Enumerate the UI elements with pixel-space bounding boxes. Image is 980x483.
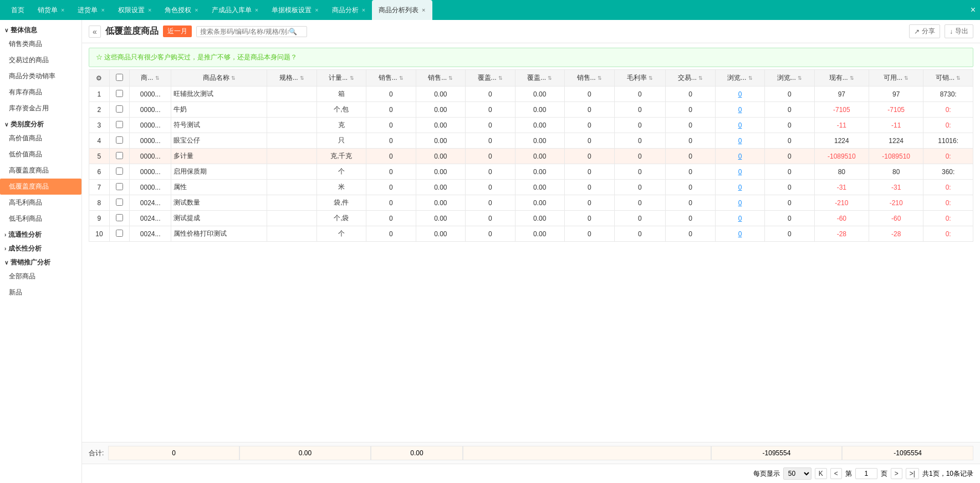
coverage1-col-header[interactable]: 覆盖... ⇅ (466, 70, 515, 87)
sidebar-item-low-value[interactable]: 低价值商品 (0, 146, 81, 162)
row-browse1[interactable]: 0 (715, 118, 764, 133)
export-button[interactable]: ↓ 导出 (945, 24, 973, 38)
sales3-col-header[interactable]: 销售... ⇅ (565, 70, 614, 87)
row-browse1[interactable]: 0 (715, 211, 764, 226)
nav-role-close[interactable]: × (195, 7, 198, 13)
settings-icon[interactable]: ⚙ (96, 74, 102, 82)
next-page-button[interactable]: > (891, 468, 902, 479)
nav-analysis-close[interactable]: × (362, 7, 365, 13)
sidebar-collapse-button[interactable]: « (89, 26, 101, 38)
browse1-col-header[interactable]: 浏览... ⇅ (715, 70, 764, 87)
row-browse1[interactable]: 0 (715, 133, 764, 149)
sellable-col-header[interactable]: 可销... ⇅ (923, 70, 973, 87)
content-header: « 低覆盖度商品 近一月 🔍 ↗ 分享 ↓ 导出 (82, 20, 980, 43)
page-number-input[interactable] (855, 468, 877, 479)
last-page-button[interactable]: >| (906, 468, 919, 479)
nav-analysis-list-close[interactable]: × (422, 7, 425, 13)
available-stock-col-header[interactable]: 可用... ⇅ (869, 70, 923, 87)
row-browse1[interactable]: 0 (715, 164, 764, 180)
nav-permission-close[interactable]: × (148, 7, 151, 13)
transaction-col-header[interactable]: 交易... ⇅ (666, 70, 715, 87)
sidebar-section-growth[interactable]: › 成长性分析 (0, 241, 81, 255)
sidebar-section-category[interactable]: ∨ 类别度分析 (0, 116, 81, 130)
row-unit: 米 (317, 180, 366, 195)
footer-current-stock: -1095554 (711, 446, 843, 460)
row-checkbox[interactable] (109, 149, 129, 164)
sidebar-section-liquidity[interactable]: › 流通性分析 (0, 227, 81, 241)
time-filter-button[interactable]: 近一月 (163, 26, 192, 37)
row-browse1[interactable]: 0 (715, 87, 764, 102)
sidebar-item-new-goods[interactable]: 新品 (0, 284, 81, 301)
sidebar-item-stock-capital[interactable]: 库存资金占用 (0, 100, 81, 116)
sort-icon-16: ⇅ (956, 75, 961, 81)
nav-home[interactable]: 首页 (4, 0, 31, 20)
sidebar-item-all-goods[interactable]: 全部商品 (0, 268, 81, 284)
row-current-stock: -7105 (814, 102, 869, 118)
sidebar-section-overall[interactable]: ∨ 整体信息 (0, 22, 81, 36)
sales-count-col-header[interactable]: 销售... ⇅ (366, 70, 416, 87)
row-checkbox[interactable] (109, 87, 129, 102)
row-checkbox[interactable] (109, 195, 129, 211)
row-checkbox[interactable] (109, 180, 129, 195)
nav-permission-setting[interactable]: 权限设置 × (111, 0, 158, 20)
sidebar-item-low-margin[interactable]: 低毛利商品 (0, 211, 81, 227)
row-checkbox[interactable] (109, 211, 129, 226)
sidebar-item-high-margin[interactable]: 高毛利商品 (0, 195, 81, 211)
checkbox-col-header[interactable] (109, 70, 129, 87)
sidebar-item-high-value[interactable]: 高价值商品 (0, 130, 81, 146)
footer-coverage2: 0.00 (371, 446, 463, 460)
current-stock-col-header[interactable]: 现有... ⇅ (814, 70, 869, 87)
coverage2-col-header[interactable]: 覆盖... ⇅ (515, 70, 564, 87)
share-button[interactable]: ↗ 分享 (909, 24, 940, 38)
sidebar-section-marketing[interactable]: ∨ 营销推广分析 (0, 255, 81, 268)
window-close-button[interactable]: × (971, 5, 976, 15)
row-checkbox[interactable] (109, 102, 129, 118)
spec-col-header[interactable]: 规格... ⇅ (267, 70, 317, 87)
nav-product-analysis-list[interactable]: 商品分析列表 × (372, 0, 432, 20)
nav-sales-order-close[interactable]: × (61, 7, 64, 13)
nav-purchase-order-close[interactable]: × (101, 7, 104, 13)
sidebar-item-traded-goods[interactable]: 交易过的商品 (0, 52, 81, 68)
nav-product-storage[interactable]: 产成品入库单 × (205, 0, 265, 20)
row-browse1[interactable]: 0 (715, 226, 764, 242)
row-checkbox[interactable] (109, 226, 129, 242)
nav-template-setting[interactable]: 单据模板设置 × (265, 0, 325, 20)
row-browse1[interactable]: 0 (715, 149, 764, 164)
row-sales3: 0 (565, 180, 614, 195)
prev-page-button[interactable]: < (830, 468, 842, 479)
row-gross-margin: 0 (614, 118, 666, 133)
select-all-checkbox[interactable] (116, 74, 123, 81)
row-checkbox[interactable] (109, 118, 129, 133)
nav-product-close[interactable]: × (255, 7, 258, 13)
settings-col-header[interactable]: ⚙ (89, 70, 110, 87)
sidebar-item-category-rate[interactable]: 商品分类动销率 (0, 68, 81, 84)
unit-col-header[interactable]: 计量... ⇅ (317, 70, 366, 87)
gross-margin-col-header[interactable]: 毛利率 ⇅ (614, 70, 666, 87)
name-col-header[interactable]: 商品名称 ⇅ (171, 70, 267, 87)
code-col-header[interactable]: 商... ⇅ (130, 70, 171, 87)
row-browse1[interactable]: 0 (715, 195, 764, 211)
row-checkbox[interactable] (109, 164, 129, 180)
browse2-col-header[interactable]: 浏览... ⇅ (765, 70, 814, 87)
row-checkbox[interactable] (109, 133, 129, 149)
search-input[interactable] (200, 28, 289, 35)
nav-role-auth[interactable]: 角色授权 × (158, 0, 205, 20)
sidebar-item-low-coverage[interactable]: 低覆盖度商品 (0, 179, 81, 195)
row-browse1[interactable]: 0 (715, 180, 764, 195)
row-browse1[interactable]: 0 (715, 102, 764, 118)
nav-product-analysis[interactable]: 商品分析 × (325, 0, 372, 20)
nav-sales-order[interactable]: 销货单 × (31, 0, 71, 20)
row-current-stock: 97 (814, 87, 869, 102)
row-browse2: 0 (765, 226, 814, 242)
sidebar-item-sales-goods[interactable]: 销售类商品 (0, 36, 81, 52)
sales-amount-col-header[interactable]: 销售... ⇅ (416, 70, 465, 87)
search-icon[interactable]: 🔍 (289, 28, 297, 35)
row-available-stock: -60 (869, 211, 923, 226)
sidebar-item-high-coverage[interactable]: 高覆盖度商品 (0, 162, 81, 179)
nav-template-close[interactable]: × (315, 7, 318, 13)
sidebar-item-stocked-goods[interactable]: 有库存商品 (0, 84, 81, 100)
first-page-button[interactable]: K (815, 468, 827, 479)
row-coverage1: 0 (466, 87, 515, 102)
page-size-select[interactable]: 50 100 200 (783, 467, 811, 480)
nav-purchase-order[interactable]: 进货单 × (71, 0, 111, 20)
